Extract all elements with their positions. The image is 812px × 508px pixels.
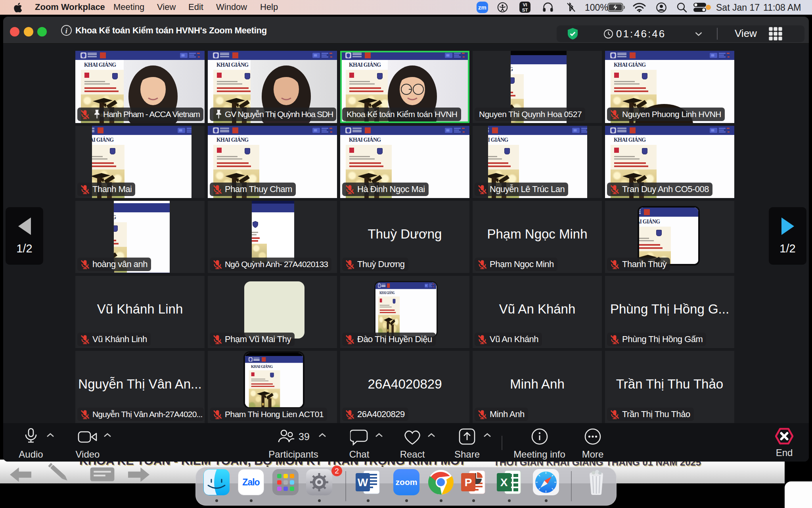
svg-text:P: P bbox=[465, 476, 472, 489]
svg-text:W: W bbox=[358, 476, 368, 489]
svg-text:X: X bbox=[500, 476, 508, 489]
